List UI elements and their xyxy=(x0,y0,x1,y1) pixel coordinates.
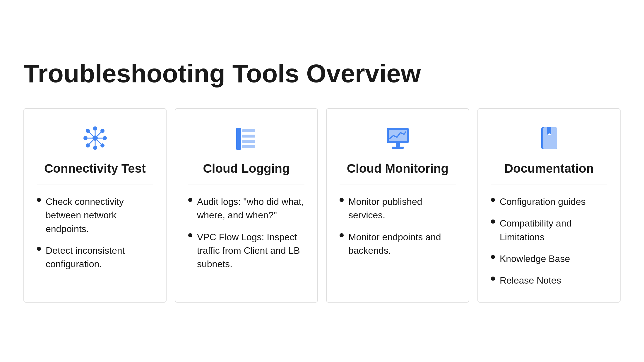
connectivity-test-title: Connectivity Test xyxy=(37,162,153,176)
network-icon xyxy=(37,123,153,153)
svg-point-4 xyxy=(103,136,107,140)
list-item: Monitor endpoints and backends. xyxy=(340,230,456,258)
card-divider xyxy=(491,184,607,184)
connectivity-test-list: Check connectivity between network endpo… xyxy=(37,195,153,287)
svg-line-13 xyxy=(89,132,95,138)
svg-point-6 xyxy=(100,129,105,133)
card-divider xyxy=(188,184,304,184)
list-item: Release Notes xyxy=(491,274,607,287)
bullet-icon xyxy=(340,233,344,237)
list-item: VPC Flow Logs: Inspect traffic from Clie… xyxy=(188,230,304,271)
svg-point-8 xyxy=(100,143,105,147)
card-connectivity-test: Connectivity Test Check connectivity bet… xyxy=(23,108,167,303)
list-item: Detect inconsistent configuration. xyxy=(37,244,153,271)
list-item: Configuration guides xyxy=(491,195,607,208)
svg-rect-17 xyxy=(242,129,255,132)
list-item-text: Monitor published services. xyxy=(348,195,456,222)
card-divider xyxy=(340,184,456,184)
svg-rect-18 xyxy=(242,135,255,138)
bullet-icon xyxy=(188,233,192,237)
svg-rect-19 xyxy=(242,140,255,143)
bullet-icon xyxy=(491,219,495,224)
svg-rect-21 xyxy=(236,128,241,150)
svg-point-5 xyxy=(86,129,90,133)
svg-point-2 xyxy=(93,146,97,150)
svg-rect-25 xyxy=(392,147,404,149)
monitoring-icon xyxy=(340,123,456,153)
card-documentation: Documentation Configuration guides Compa… xyxy=(477,108,621,303)
cloud-logging-list: Audit logs: "who did what, where, and wh… xyxy=(188,195,304,287)
svg-line-15 xyxy=(89,138,95,144)
list-item-text: Compatibility and Limitations xyxy=(500,217,607,244)
bullet-icon xyxy=(340,198,344,202)
list-item-text: Monitor endpoints and backends. xyxy=(348,230,456,258)
documentation-icon xyxy=(491,123,607,153)
list-item: Monitor published services. xyxy=(340,195,456,222)
svg-point-3 xyxy=(83,136,88,140)
svg-line-16 xyxy=(95,138,101,144)
documentation-title: Documentation xyxy=(491,162,607,176)
bullet-icon xyxy=(491,277,495,281)
list-item: Compatibility and Limitations xyxy=(491,217,607,244)
bullet-icon xyxy=(491,255,495,259)
list-item-text: Audit logs: "who did what, where, and wh… xyxy=(197,195,304,222)
card-cloud-monitoring: Cloud Monitoring Monitor published servi… xyxy=(326,108,469,303)
cloud-logging-title: Cloud Logging xyxy=(188,162,304,176)
documentation-list: Configuration guides Compatibility and L… xyxy=(491,195,607,287)
bullet-icon xyxy=(491,198,495,202)
list-item: Knowledge Base xyxy=(491,252,607,265)
svg-line-14 xyxy=(95,132,101,138)
cloud-monitoring-list: Monitor published services. Monitor endp… xyxy=(340,195,456,287)
logging-icon xyxy=(188,123,304,153)
bullet-icon xyxy=(37,247,41,251)
svg-point-7 xyxy=(86,143,90,147)
cloud-monitoring-title: Cloud Monitoring xyxy=(340,162,456,176)
list-item-text: Check connectivity between network endpo… xyxy=(46,195,153,236)
list-item-text: Knowledge Base xyxy=(500,252,607,265)
svg-rect-20 xyxy=(242,145,255,148)
bullet-icon xyxy=(188,198,192,202)
cards-container: Connectivity Test Check connectivity bet… xyxy=(23,108,621,303)
svg-point-1 xyxy=(93,126,97,131)
list-item-text: VPC Flow Logs: Inspect traffic from Clie… xyxy=(197,230,304,271)
list-item: Check connectivity between network endpo… xyxy=(37,195,153,236)
list-item-text: Release Notes xyxy=(500,274,607,287)
svg-rect-24 xyxy=(396,143,400,147)
list-item-text: Detect inconsistent configuration. xyxy=(46,244,153,271)
card-divider xyxy=(37,184,153,184)
page-title: Troubleshooting Tools Overview xyxy=(23,59,621,88)
list-item-text: Configuration guides xyxy=(500,195,607,208)
bullet-icon xyxy=(37,198,41,202)
card-cloud-logging: Cloud Logging Audit logs: "who did what,… xyxy=(175,108,318,303)
list-item: Audit logs: "who did what, where, and wh… xyxy=(188,195,304,222)
